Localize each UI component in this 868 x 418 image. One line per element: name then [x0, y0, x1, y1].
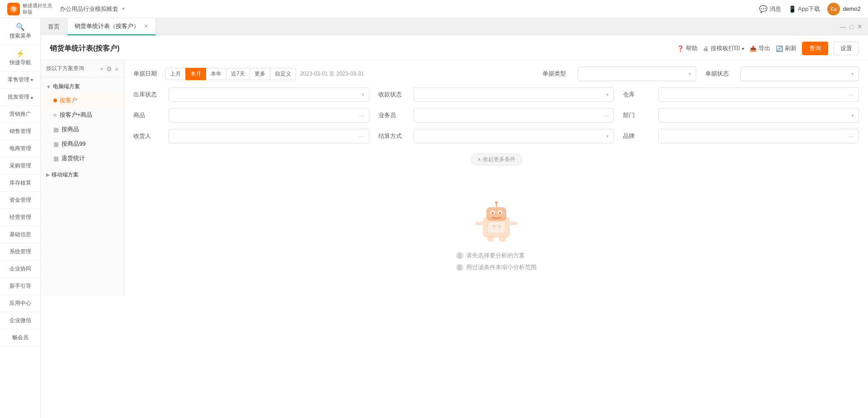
- chevron-down-icon: ▾: [606, 92, 609, 98]
- tab-home[interactable]: 首页: [41, 18, 67, 35]
- page-title: 销货单统计表(按客户): [50, 44, 120, 53]
- header-left: 畅捷通好生意 标版 办公用品行业模拟账套 ▾: [7, 3, 125, 15]
- refresh-icon: 🔄: [776, 45, 783, 52]
- list-icon: ≡: [53, 112, 57, 119]
- sidebar-item-member[interactable]: 畅会员: [0, 329, 40, 347]
- sidebar-item-search[interactable]: 🔍 搜索菜单: [0, 18, 40, 45]
- help-button[interactable]: ❓ 帮助: [677, 44, 698, 52]
- export-button[interactable]: 📤 导出: [750, 44, 770, 52]
- order-type-select[interactable]: ▾: [578, 66, 696, 81]
- empty-tip-2: 2 用过滤条件来缩小分析范围: [456, 263, 537, 271]
- chevron-down-icon: ▾: [851, 71, 854, 77]
- dots-icon: ···: [849, 91, 854, 98]
- dropdown-arrow-icon[interactable]: ▾: [122, 6, 125, 12]
- order-type-cell: 单据类型 ▾: [542, 66, 696, 81]
- department-cell: 部门 ▾: [623, 108, 859, 123]
- empty-state: ? ? 1 请先选择要分析的方案 2 用过滤条件来缩小分析范围: [133, 172, 859, 290]
- chevron-up-icon: ∧: [477, 157, 481, 162]
- scheme-item-by-customer-product[interactable]: ≡ 按客户+商品: [41, 108, 124, 122]
- print-button[interactable]: 🖨 按模板打印 ▾: [703, 44, 744, 52]
- sidebar-item-enterprise[interactable]: 企业协同: [0, 261, 40, 278]
- tab-close-window-icon[interactable]: ✕: [857, 23, 863, 30]
- date-option-custom[interactable]: 自定义: [270, 68, 296, 80]
- scheme-collapse-icon[interactable]: «: [115, 65, 118, 72]
- date-range-text: 2023-03-01 至 2023-03-31: [300, 70, 364, 78]
- date-option-more[interactable]: 更多: [250, 68, 270, 80]
- sidebar-item-appcenter[interactable]: 应用中心: [0, 295, 40, 312]
- sidebar-item-inventory[interactable]: 库存核算: [0, 175, 40, 192]
- sidebar-item-wholesale[interactable]: 批发管理 ▴: [0, 89, 40, 106]
- scheme-group-mobile-header[interactable]: ▶ 移动端方案: [41, 168, 124, 181]
- tab-maximize-icon[interactable]: □: [850, 23, 854, 30]
- settlement-cell: 结算方式 ▾: [378, 129, 614, 143]
- scheme-group-desktop: ▼ 电脑端方案 按客户 ≡ 按客户+商品 ▦: [41, 80, 124, 166]
- svg-point-7: [499, 212, 501, 214]
- scheme-header-icons: + ⚙ «: [100, 65, 118, 72]
- app-download-action[interactable]: 📱 App下载: [788, 5, 820, 13]
- scheme-item-by-customer[interactable]: 按客户: [41, 93, 124, 108]
- salesperson-cell: 业务员 ···: [378, 108, 614, 123]
- sidebar-item-newuser[interactable]: 新手引导: [0, 278, 40, 295]
- sidebar-item-purchase[interactable]: 采购管理: [0, 157, 40, 175]
- user-area[interactable]: Ea demo2: [827, 3, 861, 15]
- receiver-select[interactable]: ···: [169, 129, 369, 143]
- dots-icon: ···: [849, 133, 854, 140]
- scheme-group-desktop-header[interactable]: ▼ 电脑端方案: [41, 80, 124, 93]
- avatar: Ea: [827, 3, 840, 15]
- sidebar-item-sales[interactable]: 销售管理: [0, 123, 40, 140]
- scheme-item-return-stats[interactable]: ▦ 退货统计: [41, 151, 124, 166]
- empty-tip-1: 1 请先选择要分析的方案: [456, 252, 537, 260]
- settlement-select[interactable]: ▾: [414, 129, 614, 143]
- message-action[interactable]: 💬 消息: [759, 5, 781, 13]
- dots-icon: ···: [359, 112, 364, 119]
- brand-select[interactable]: ···: [658, 129, 859, 143]
- quicknav-icon: ⚡: [2, 49, 38, 58]
- bar-chart-icon: ▦: [53, 155, 59, 162]
- warehouse-select[interactable]: ···: [658, 87, 859, 102]
- scheme-add-icon[interactable]: +: [100, 65, 104, 72]
- query-button[interactable]: 查询: [802, 42, 828, 55]
- scheme-item-by-product[interactable]: ▦ 按商品: [41, 122, 124, 137]
- sidebar-item-quicknav[interactable]: ⚡ 快捷导航: [0, 45, 40, 71]
- product-select[interactable]: ···: [169, 108, 369, 123]
- stock-status-select[interactable]: ▾: [169, 87, 369, 102]
- page-content: 销货单统计表(按客户) ❓ 帮助 🖨 按模板打印 ▾ 📤 导出: [41, 35, 868, 418]
- date-option-this-month[interactable]: 本月: [185, 68, 206, 80]
- date-option-last-7[interactable]: 近7天: [226, 68, 250, 80]
- sidebar-item-system[interactable]: 系统管理: [0, 243, 40, 261]
- payment-status-select[interactable]: ▾: [414, 87, 614, 102]
- top-header: 畅捷通好生意 标版 办公用品行业模拟账套 ▾ 💬 消息 📱 App下载 Ea d…: [0, 0, 868, 18]
- refresh-button[interactable]: 🔄 刷新: [776, 44, 797, 52]
- logo-text: 畅捷通好生意 标版: [23, 3, 52, 14]
- tab-sales-stat[interactable]: 销货单统计表（按客户） ✕: [67, 18, 156, 35]
- empty-illustration: ? ?: [469, 199, 524, 244]
- sidebar-item-finance[interactable]: 资金管理: [0, 192, 40, 209]
- sidebar-item-basic[interactable]: 基础信息: [0, 226, 40, 243]
- search-icon: 🔍: [2, 23, 38, 31]
- salesperson-select[interactable]: ···: [414, 108, 614, 123]
- sidebar-item-marketing[interactable]: 营销推广: [0, 106, 40, 123]
- print-dropdown-icon: ▾: [742, 46, 744, 51]
- help-icon: ❓: [677, 45, 684, 52]
- tab-close-icon[interactable]: ✕: [144, 23, 148, 29]
- warehouse-cell: 仓库 ···: [623, 87, 859, 102]
- sidebar-item-enterprise-wechat[interactable]: 企业微信: [0, 312, 40, 329]
- date-option-this-year[interactable]: 本年: [206, 68, 226, 80]
- sidebar-item-operations[interactable]: 经营管理: [0, 209, 40, 226]
- settings-button[interactable]: 设置: [834, 42, 859, 55]
- product-cell: 商品 ···: [133, 108, 369, 123]
- scheme-settings-icon[interactable]: ⚙: [106, 65, 112, 72]
- logo-icon: [7, 3, 20, 15]
- order-status-select[interactable]: ▾: [741, 66, 859, 81]
- department-select[interactable]: ▾: [658, 108, 859, 123]
- date-option-last-month[interactable]: 上月: [165, 68, 186, 80]
- tab-minimize-icon[interactable]: —: [840, 23, 846, 30]
- sidebar-item-ecommerce[interactable]: 电商管理: [0, 140, 40, 157]
- scheme-item-by-product-99[interactable]: ▦ 按商品99: [41, 137, 124, 151]
- chevron-down-icon: ▼: [46, 84, 51, 90]
- stock-status-cell: 出库状态 ▾: [133, 87, 369, 102]
- collapse-button[interactable]: ∧ 收起更多条件: [471, 153, 522, 166]
- svg-rect-14: [488, 223, 505, 233]
- chevron-down-icon: ▾: [31, 77, 33, 82]
- sidebar-item-retail[interactable]: 零售管理 ▾: [0, 71, 40, 89]
